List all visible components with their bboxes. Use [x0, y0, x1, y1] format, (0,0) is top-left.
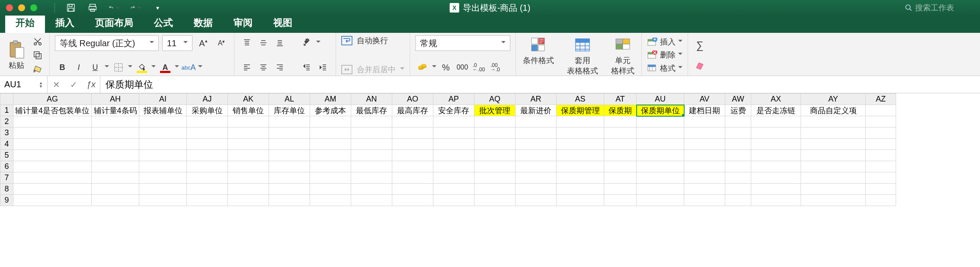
cell[interactable] [392, 172, 433, 184]
cell[interactable] [92, 139, 139, 150]
currency-button[interactable] [415, 60, 430, 75]
column-header[interactable]: AP [433, 94, 474, 105]
cell[interactable] [684, 139, 725, 150]
align-bottom-button[interactable] [272, 35, 287, 50]
paste-button[interactable]: 粘贴 [5, 40, 28, 70]
cell[interactable] [604, 184, 637, 195]
cell[interactable] [516, 161, 557, 172]
cell[interactable] [351, 161, 392, 172]
cell[interactable] [866, 139, 896, 150]
cell[interactable] [351, 172, 392, 184]
cell[interactable] [637, 139, 684, 150]
percent-button[interactable]: % [439, 60, 453, 75]
cell[interactable] [228, 139, 269, 150]
cell[interactable]: 安全库存 [433, 105, 474, 116]
insert-cells-button[interactable]: 插入 [647, 37, 682, 47]
row-header[interactable]: 7 [0, 172, 13, 184]
cell[interactable] [725, 139, 751, 150]
cell[interactable] [13, 127, 92, 139]
cell[interactable] [751, 172, 801, 184]
underline-menu[interactable] [104, 60, 109, 75]
cell[interactable] [433, 139, 474, 150]
cell[interactable] [433, 127, 474, 139]
cell[interactable] [751, 161, 801, 172]
cell[interactable] [637, 172, 684, 184]
cell[interactable] [392, 127, 433, 139]
cell[interactable] [557, 116, 604, 127]
cell[interactable] [684, 172, 725, 184]
column-header[interactable]: AY [801, 94, 866, 105]
cell[interactable] [187, 127, 228, 139]
cell[interactable] [684, 150, 725, 161]
enter-formula-button[interactable]: ✓ [65, 79, 82, 90]
cell[interactable] [866, 150, 896, 161]
row-header[interactable]: 2 [0, 116, 13, 127]
cell[interactable] [310, 195, 351, 206]
cell[interactable] [139, 150, 187, 161]
cell[interactable]: 保质期单位 [637, 105, 684, 116]
cell[interactable] [801, 172, 866, 184]
cell[interactable] [228, 161, 269, 172]
cell[interactable] [433, 161, 474, 172]
cell[interactable] [516, 172, 557, 184]
column-header[interactable]: AV [684, 94, 725, 105]
cell[interactable] [92, 127, 139, 139]
formula-input[interactable] [100, 79, 980, 90]
column-header[interactable]: AH [92, 94, 139, 105]
cell[interactable]: 采购单位 [187, 105, 228, 116]
column-header[interactable]: AR [516, 94, 557, 105]
column-header[interactable]: AU [637, 94, 684, 105]
cell[interactable] [228, 127, 269, 139]
cell[interactable] [725, 195, 751, 206]
cell[interactable] [433, 172, 474, 184]
tab-review[interactable]: 审阅 [223, 13, 263, 33]
tab-view[interactable]: 视图 [263, 13, 303, 33]
cell[interactable] [474, 161, 516, 172]
spreadsheet-grid[interactable]: AGAHAIAJAKALAMANAOAPAQARASATAUAVAWAXAYAZ… [0, 93, 980, 206]
print-icon[interactable] [87, 2, 98, 13]
cell[interactable] [684, 116, 725, 127]
cell[interactable] [187, 150, 228, 161]
underline-button[interactable]: U [88, 60, 102, 75]
number-format-combo[interactable]: 常规 [415, 35, 510, 51]
column-header[interactable]: AI [139, 94, 187, 105]
cell[interactable] [474, 150, 516, 161]
cell[interactable] [310, 184, 351, 195]
cell[interactable] [13, 184, 92, 195]
align-right-button[interactable] [272, 60, 287, 75]
cell[interactable] [801, 184, 866, 195]
cell[interactable]: 批次管理 [474, 105, 516, 116]
phonetic-button[interactable]: abcA [181, 60, 196, 75]
column-header[interactable]: AK [228, 94, 269, 105]
merge-center-button[interactable]: 合并后居中 [341, 64, 404, 75]
cell[interactable] [557, 195, 604, 206]
italic-button[interactable]: I [71, 60, 86, 75]
cell[interactable] [351, 139, 392, 150]
tab-formulas[interactable]: 公式 [144, 13, 183, 33]
cell[interactable] [392, 116, 433, 127]
tab-page-layout[interactable]: 页面布局 [85, 13, 144, 33]
redo-button[interactable] [130, 2, 141, 13]
cell[interactable] [139, 195, 187, 206]
align-left-button[interactable] [240, 60, 254, 75]
column-header[interactable]: AX [751, 94, 801, 105]
decrease-font-button[interactable]: A▾ [214, 36, 229, 51]
cell[interactable] [351, 150, 392, 161]
cell[interactable]: 库存单位 [269, 105, 310, 116]
cell[interactable]: 销售单位 [228, 105, 269, 116]
cell[interactable]: 最高库存 [392, 105, 433, 116]
fill-color-menu[interactable] [151, 60, 156, 75]
align-middle-button[interactable] [256, 35, 271, 50]
cell[interactable] [801, 127, 866, 139]
cell[interactable] [139, 172, 187, 184]
cell[interactable] [604, 172, 637, 184]
cell[interactable] [474, 116, 516, 127]
cell[interactable] [604, 139, 637, 150]
cell[interactable] [725, 116, 751, 127]
format-cells-button[interactable]: 格式 [647, 63, 682, 73]
cell[interactable] [801, 150, 866, 161]
cell[interactable]: 辅计量4条码 [92, 105, 139, 116]
cell[interactable] [637, 127, 684, 139]
format-as-table-button[interactable]: 套用 表格格式 [565, 35, 600, 76]
cell[interactable] [310, 172, 351, 184]
